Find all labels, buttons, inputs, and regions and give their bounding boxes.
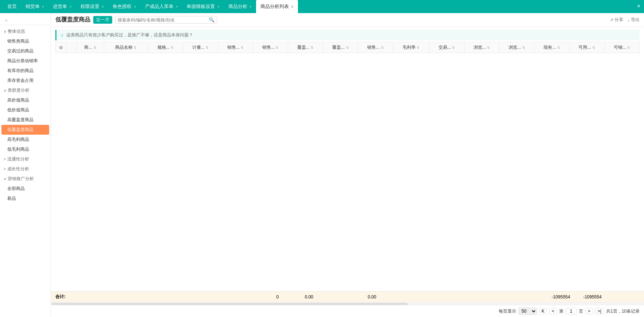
search-input[interactable] <box>118 17 209 23</box>
close-icon[interactable]: × <box>217 4 219 9</box>
total-cover2: 0.00 <box>356 294 388 300</box>
sort-icon: ⇅ <box>276 46 279 49</box>
prev-page-button[interactable]: < <box>549 308 557 314</box>
sidebar-item-traded-goods[interactable]: 交易过的商品 <box>0 46 51 56</box>
page-input[interactable] <box>566 308 577 314</box>
header-actions: ↗ 分享 ↓ 导出 <box>610 17 640 23</box>
sidebar-section-cluster[interactable]: ∨ 类群度分析 <box>0 86 51 95</box>
code-col-header[interactable]: 商... ⇅ <box>77 42 104 53</box>
checkbox-col-header <box>67 42 77 53</box>
sidebar-item-all-goods[interactable]: 全部商品 <box>0 184 51 194</box>
sidebar-section-overview[interactable]: ∨ 整体信息 <box>0 27 51 36</box>
per-page-select[interactable]: 50 100 200 <box>518 308 537 315</box>
sidebar-item-inventory-capital[interactable]: 库存资金占用 <box>0 76 51 86</box>
close-all-tabs-button[interactable]: × <box>637 3 640 9</box>
unit-col-header[interactable]: 计量... ⇅ <box>183 42 218 53</box>
nav-product-analysis[interactable]: 商品分析 × <box>224 0 256 13</box>
data-table: ⚙ 商... ⇅ 商品名称 ⇅ 规格... ⇅ <box>55 42 640 53</box>
nav-sales[interactable]: 销货单 × <box>21 0 48 13</box>
total-available: -1095554 <box>577 294 608 300</box>
info-banner-text: 这类商品只有很少客户购买过，是推广不够，还是商品本身问题？ <box>66 32 193 38</box>
nav-role-auth[interactable]: 角色授权 × <box>108 0 140 13</box>
total-current: -1095554 <box>545 294 577 300</box>
page-label: 第 <box>559 308 564 314</box>
total-cell <box>230 294 262 300</box>
settings-col-header[interactable]: ⚙ <box>56 42 67 53</box>
nav-product-analysis-list[interactable]: 商品分析列表 × <box>256 0 298 13</box>
table-totals: 合计: 0 0.00 0.00 -1095554 -1095554 <box>51 291 644 302</box>
info-banner: ☆ 这类商品只有很少客户购买过，是推广不够，还是商品本身问题？ <box>55 30 640 40</box>
export-icon: ↓ <box>628 17 630 23</box>
sidebar-item-category-rate[interactable]: 商品分类动销率 <box>0 56 51 66</box>
close-icon[interactable]: × <box>102 4 104 9</box>
sidebar-section-liquidity[interactable]: > 流通性分析 <box>0 154 51 164</box>
next-page-button[interactable]: > <box>585 308 593 314</box>
saleable-col-header[interactable]: 可销... ⇅ <box>604 42 639 53</box>
total-gross <box>419 294 451 300</box>
sidebar-item-high-margin[interactable]: 高毛利商品 <box>0 135 51 144</box>
share-icon: ↗ <box>610 17 613 23</box>
expand-icon: ∨ <box>4 177 6 181</box>
trade-col-header[interactable]: 交易... ⇅ <box>429 42 464 53</box>
page-title: 低覆盖度商品 <box>55 16 90 24</box>
cover2-col-header[interactable]: 覆盖... ⇅ <box>323 42 358 53</box>
sidebar-item-low-value[interactable]: 低价值商品 <box>0 105 51 115</box>
search-box: 🔍 <box>115 16 217 24</box>
sort-icon: ⇅ <box>487 46 490 49</box>
star-icon: ☆ <box>60 33 64 38</box>
gross-rate-col-header[interactable]: 毛利率 ⇅ <box>393 42 429 53</box>
close-icon[interactable]: × <box>176 4 178 9</box>
sidebar-item-high-coverage[interactable]: 高覆盖度商品 <box>0 115 51 125</box>
sidebar-section-growth[interactable]: > 成长性分析 <box>0 164 51 174</box>
sale2-col-header[interactable]: 销售... ⇅ <box>253 42 288 53</box>
settings-icon[interactable]: ⚙ <box>59 45 63 50</box>
sale1-col-header[interactable]: 销售... ⇅ <box>218 42 253 53</box>
cover1-col-header[interactable]: 覆盖... ⇅ <box>288 42 323 53</box>
sidebar-section-marketing[interactable]: ∨ 营销推广分析 <box>0 174 51 184</box>
close-icon[interactable]: × <box>42 4 44 9</box>
sidebar-item-sales-goods[interactable]: 销售类商品 <box>0 36 51 46</box>
time-filter-button[interactable]: 近一月 <box>93 16 112 24</box>
total-cover1 <box>325 294 356 300</box>
sidebar-collapse-button[interactable]: « <box>3 18 10 23</box>
total-sale1: 0 <box>262 294 293 300</box>
pagination-bar: 每页显示 50 100 200 K < 第 页 > >| 共1页，10条记录 <box>51 305 644 317</box>
nav-finished-goods[interactable]: 产成品入库单 × <box>141 0 182 13</box>
sort-icon: ⇅ <box>134 46 137 49</box>
total-cell <box>136 294 230 300</box>
first-page-button[interactable]: K <box>539 308 547 314</box>
sidebar-item-high-value[interactable]: 高价值商品 <box>0 95 51 105</box>
total-cell <box>73 294 136 300</box>
sidebar-item-stocked-goods[interactable]: 有库存的商品 <box>0 66 51 76</box>
main-container: « ∨ 整体信息 销售类商品 交易过的商品 商品分类动销率 有库存的商品 库存资… <box>0 13 644 317</box>
nav-home[interactable]: 首页 <box>3 0 21 13</box>
name-col-header[interactable]: 商品名称 ⇅ <box>104 42 148 53</box>
export-button[interactable]: ↓ 导出 <box>628 17 640 23</box>
close-icon[interactable]: × <box>134 4 136 9</box>
close-icon[interactable]: × <box>69 4 71 9</box>
sale3-col-header[interactable]: 销售... ⇅ <box>358 42 393 53</box>
per-page-label: 每页显示 <box>499 308 516 314</box>
expand-icon: ∨ <box>4 29 6 33</box>
sort-icon: ⇅ <box>522 46 525 49</box>
sort-icon: ⇅ <box>592 46 595 49</box>
nav-purchase[interactable]: 进货单 × <box>48 0 76 13</box>
sort-icon: ⇅ <box>241 46 244 49</box>
spec-col-header[interactable]: 规格... ⇅ <box>148 42 183 53</box>
browse1-col-header[interactable]: 浏览... ⇅ <box>464 42 499 53</box>
close-icon[interactable]: × <box>291 4 293 9</box>
sort-icon: ⇅ <box>311 46 314 49</box>
current-col-header[interactable]: 现有... ⇅ <box>534 42 569 53</box>
share-button[interactable]: ↗ 分享 <box>610 17 623 23</box>
sidebar-item-low-margin[interactable]: 低毛利商品 <box>0 144 51 154</box>
sidebar-item-low-coverage[interactable]: 低覆盖度商品 <box>1 125 49 135</box>
close-icon[interactable]: × <box>250 4 252 9</box>
last-page-button[interactable]: >| <box>595 308 604 314</box>
nav-template-settings[interactable]: 单据模板设置 × <box>182 0 224 13</box>
available-col-header[interactable]: 可用... ⇅ <box>569 42 604 53</box>
nav-permissions[interactable]: 权限设置 × <box>76 0 108 13</box>
sidebar: « ∨ 整体信息 销售类商品 交易过的商品 商品分类动销率 有库存的商品 库存资… <box>0 13 51 317</box>
sidebar-item-new-goods[interactable]: 新品 <box>0 194 51 203</box>
browse2-col-header[interactable]: 浏览... ⇅ <box>499 42 534 53</box>
sort-icon: ⇅ <box>627 46 630 49</box>
